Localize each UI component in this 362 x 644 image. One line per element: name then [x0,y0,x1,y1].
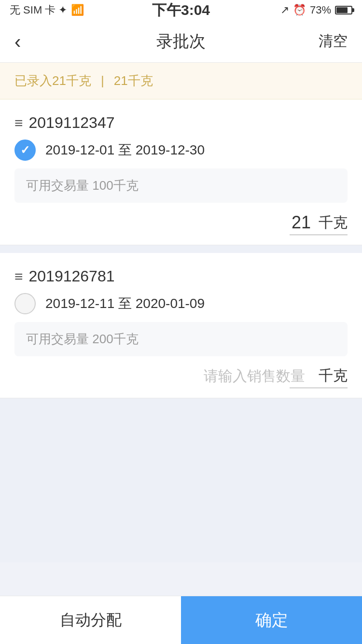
auto-assign-button[interactable]: 自动分配 [0,596,181,644]
bottom-bar: 自动分配 确定 [0,596,362,644]
batch2-header: ≡ 2019126781 [14,267,348,285]
batch2-icon: ≡ [14,268,23,285]
batch1-amount-row: 21 千克 [0,203,362,245]
batch2-radio[interactable] [14,293,36,314]
recorded-label: 已录入21千克 [14,72,91,89]
batch1-id: 2019112347 [29,114,115,132]
battery-icon [335,6,352,14]
batch-card-1: ≡ 2019112347 2019-12-01 至 2019-12-30 可用交… [0,99,362,203]
batch1-amount-number: 21 [292,212,311,233]
page-title: 录批次 [156,30,206,53]
status-bar: 无 SIM 卡 ✦ 📶 下午3:04 ↗ ⏰ 73% [0,0,362,20]
confirm-button[interactable]: 确定 [181,596,362,644]
section-divider [0,245,362,253]
info-bar: 已录入21千克 | 21千克 [0,63,362,99]
status-left: 无 SIM 卡 ✦ 📶 [10,3,84,17]
batch2-input-line: 千克 [160,366,348,386]
batch1-icon: ≡ [14,115,23,131]
batch2-qty-box: 可用交易量 200千克 [14,322,348,356]
clear-button[interactable]: 清空 [319,31,348,51]
status-right: ↗ ⏰ 73% [280,4,352,16]
info-value: 21千克 [114,72,153,89]
batch1-amount-value: 21 千克 [292,212,348,233]
batch1-qty-box: 可用交易量 100千克 [14,168,348,203]
nav-bar: ‹ 录批次 清空 [0,20,362,63]
batch-card-2: ≡ 2019126781 2019-12-11 至 2020-01-09 可用交… [0,253,362,356]
batch2-qty-text: 可用交易量 200千克 [26,332,139,346]
batch1-date-row: 2019-12-01 至 2019-12-30 [14,140,348,161]
batch2-date-row: 2019-12-11 至 2020-01-09 [14,293,348,314]
batch1-radio[interactable] [14,140,36,161]
batch1-qty-text: 可用交易量 100千克 [26,178,139,193]
batch2-input-unit: 千克 [319,366,348,386]
empty-area [0,398,362,562]
batch1-underline [290,235,348,235]
location-icon: ↗ [280,4,289,16]
batch2-underline [290,388,348,388]
wifi-icon: 📶 [71,4,84,16]
status-time: 下午3:04 [152,0,210,20]
back-button[interactable]: ‹ [14,32,21,51]
batch2-date: 2019-12-11 至 2020-01-09 [45,294,205,313]
batch1-amount-unit: 千克 [319,213,348,233]
batch2-input-row: 千克 [0,356,362,398]
batch1-date: 2019-12-01 至 2019-12-30 [45,141,205,159]
alarm-icon: ⏰ [293,4,306,16]
info-divider: | [101,73,104,88]
battery-percent: 73% [310,4,331,16]
batch2-id: 2019126781 [29,267,115,285]
batch1-header: ≡ 2019112347 [14,114,348,132]
sim-label: 无 SIM 卡 ✦ [10,3,67,17]
batch2-qty-input[interactable] [160,368,305,384]
